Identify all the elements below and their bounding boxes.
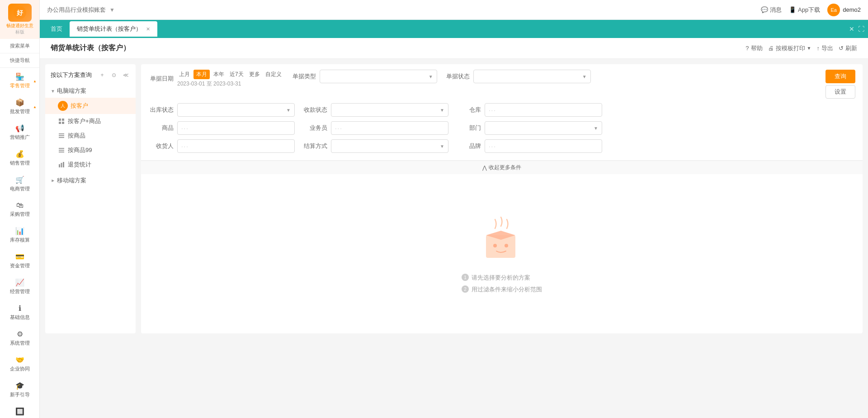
date-tab-more[interactable]: 更多	[247, 70, 262, 79]
app-download-button[interactable]: 📱 App下载	[789, 6, 820, 14]
svg-point-18	[505, 244, 508, 247]
user-name: demo2	[843, 6, 861, 13]
sidebar-item-stock[interactable]: 📊 库存核算	[0, 222, 39, 248]
user-profile[interactable]: Ea demo2	[827, 4, 861, 16]
sidebar-item-ecommerce-label: 电商管理	[10, 185, 30, 192]
date-tab-custom[interactable]: 自定义	[264, 70, 283, 79]
content-area: 销货单统计表（按客户） ? 帮助 🖨 按模板打印 ▼ ↑ 导出 ↺ 刷新	[40, 38, 868, 418]
refresh-button[interactable]: ↺ 刷新	[839, 44, 857, 52]
svg-rect-9	[59, 148, 64, 149]
mobile-group-expand-icon: ▼	[50, 178, 55, 183]
message-button[interactable]: 💬 消息	[761, 6, 782, 14]
refresh-icon: ↺	[839, 45, 844, 52]
tab-sales-stat[interactable]: 销货单统计表（按客户） ✕	[70, 21, 157, 37]
empty-icon	[475, 210, 529, 265]
tab-maximize-button[interactable]: ⛶	[858, 25, 864, 33]
stock-status-select[interactable]: ▼	[177, 103, 295, 117]
filter-row-4: 收货人 ··· 结算方式 ▼	[148, 139, 855, 153]
sidebar-search[interactable]: 搜索菜单	[0, 39, 39, 53]
collapse-bar[interactable]: ⋀ 收起更多条件	[141, 161, 863, 174]
svg-rect-7	[59, 135, 64, 136]
logo-sub: 标版	[15, 29, 24, 35]
finance-icon: 💳	[15, 252, 24, 261]
sidebar-item-system[interactable]: ⚙ 系统管理	[0, 325, 39, 351]
svg-point-17	[493, 244, 497, 247]
date-tab-last-month[interactable]: 上月	[177, 70, 192, 79]
header-dropdown-icon[interactable]: ▼	[109, 7, 115, 13]
doc-type-filter: 单据类型 ▼	[291, 70, 437, 83]
date-tab-7days[interactable]: 近7天	[228, 70, 245, 79]
setting-button[interactable]: 设置	[826, 85, 855, 99]
tab-close-icon[interactable]: ✕	[146, 26, 150, 32]
hint-item-1: 1 请先选择要分析的方案	[462, 274, 542, 282]
tab-close-button[interactable]: ✕	[849, 25, 854, 33]
scheme-group-mobile: ▼ 移动端方案	[45, 174, 136, 187]
sidebar-item-newbie[interactable]: 🎓 新手引导	[0, 377, 39, 403]
sidebar-quicknav[interactable]: 快捷导航	[0, 53, 39, 68]
sidebar-item-sales[interactable]: 💰 销售管理	[0, 145, 39, 171]
scheme-item-by-customer-goods[interactable]: 按客户+商品	[45, 114, 136, 128]
print-button[interactable]: 🖨 按模板打印 ▼	[768, 44, 811, 52]
sidebar-item-apps[interactable]: 🔲 应用中心	[0, 403, 39, 418]
doc-type-select[interactable]: ▼	[320, 70, 437, 83]
left-panel-title: 按以下方案查询	[51, 71, 92, 79]
date-tabs-row: 上月 本月 本年 近7天 更多 自定义	[177, 70, 283, 79]
sidebar-item-wholesale[interactable]: 📦 批发管理	[0, 94, 39, 119]
receiver-input[interactable]: ···	[177, 139, 295, 153]
sidebar-item-ops[interactable]: 📈 经营管理	[0, 274, 39, 299]
goods-dots: ···	[181, 125, 189, 132]
settlement-select[interactable]: ▼	[331, 139, 448, 153]
sidebar-item-marketing[interactable]: 📢 营销推广	[0, 119, 39, 145]
salesman-input[interactable]: ···	[331, 121, 448, 135]
settings-scheme-button[interactable]: ⊙	[109, 71, 118, 80]
sidebar-item-basic[interactable]: ℹ 基础信息	[0, 299, 39, 325]
payment-status-select[interactable]: ▼	[331, 103, 448, 117]
sidebar-item-finance[interactable]: 💳 资金管理	[0, 248, 39, 274]
sidebar-item-sales-label: 销售管理	[10, 160, 30, 166]
goods-input[interactable]: ···	[177, 121, 295, 135]
doc-status-select[interactable]: ▼	[473, 70, 591, 83]
help-label: 帮助	[751, 44, 763, 52]
warehouse-input[interactable]: ···	[485, 103, 602, 117]
sidebar-item-purchase[interactable]: 🛍 采购管理	[0, 197, 39, 222]
add-scheme-button[interactable]: +	[98, 71, 107, 80]
scheme-group-desktop-header[interactable]: ▼ 电脑端方案	[45, 84, 136, 98]
date-tab-this-month[interactable]: 本月	[193, 70, 210, 79]
scheme-item-by-goods99-label: 按商品99	[68, 146, 92, 154]
dept-select[interactable]: ▼	[485, 121, 602, 135]
sidebar-logo: 好 畅捷通好生意 标版	[0, 0, 39, 39]
sidebar-item-corp[interactable]: 🤝 企业协同	[0, 351, 39, 377]
salesman-dots: ···	[335, 125, 343, 132]
date-tab-this-year[interactable]: 本年	[212, 70, 226, 79]
svg-rect-11	[59, 152, 64, 152]
sidebar-item-ecommerce[interactable]: 🛒 电商管理	[0, 171, 39, 197]
scheme-item-by-goods99[interactable]: 按商品99	[45, 143, 136, 157]
scheme-item-by-goods[interactable]: 按商品	[45, 128, 136, 143]
basic-icon: ℹ	[19, 304, 21, 313]
scheme-table-icon	[58, 132, 65, 139]
tab-home[interactable]: 首页	[43, 21, 70, 37]
collapse-panel-button[interactable]: ≪	[121, 71, 130, 80]
query-button[interactable]: 查询	[826, 70, 855, 83]
sidebar-item-system-label: 系统管理	[10, 340, 30, 347]
scheme-item-return-stat[interactable]: 退货统计	[45, 157, 136, 172]
svg-rect-8	[59, 137, 64, 138]
export-button[interactable]: ↑ 导出	[817, 44, 834, 52]
scheme-group-mobile-header[interactable]: ▼ 移动端方案	[45, 174, 136, 187]
settlement-arrow-icon: ▼	[440, 144, 444, 149]
sidebar-item-newbie-label: 新手引导	[10, 391, 30, 398]
receiver-dots: ···	[181, 143, 189, 150]
scheme-item-by-customer[interactable]: 人 按客户	[45, 98, 136, 114]
filter-row-3: 商品 ··· 业务员 ··· 部门	[148, 121, 855, 135]
header-breadcrumb: 办公用品行业模拟账套	[47, 6, 106, 14]
svg-rect-2	[59, 119, 61, 121]
brand-input[interactable]: ···	[485, 139, 602, 153]
help-button[interactable]: ? 帮助	[745, 44, 762, 52]
salesman-label: 业务员	[302, 124, 327, 132]
scheme-item-by-goods-label: 按商品	[68, 132, 85, 140]
svg-rect-6	[59, 133, 64, 134]
left-panel: 按以下方案查询 + ⊙ ≪ ▼ 电脑端方案 人 按客户	[45, 64, 136, 333]
sidebar-item-retail[interactable]: 🏪 零售管理	[0, 68, 39, 94]
doc-status-filter: 单据状态 ▼	[444, 70, 591, 83]
left-panel-header: 按以下方案查询 + ⊙ ≪	[45, 68, 136, 82]
